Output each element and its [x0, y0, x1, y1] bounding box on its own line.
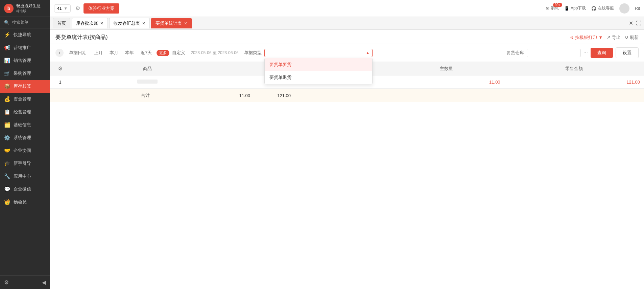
trial-btn[interactable]: 体验行业方案 [84, 3, 119, 14]
warehouse-label: 要货仓库 [506, 50, 524, 56]
print-label: 按模板打印 [575, 35, 597, 41]
export-label: 导出 [612, 35, 621, 41]
filter-more-icon[interactable]: ··· [583, 50, 588, 56]
sidebar-item-purchase[interactable]: 🛒 采购管理 [0, 67, 50, 80]
tab-inventory-batch-close[interactable]: ✕ [100, 21, 103, 26]
cell-amount[interactable]: 121.00 [504, 75, 644, 89]
operations-icon: 📋 [4, 109, 10, 115]
col-qty: 主数量 [388, 62, 504, 75]
purchase-icon: 🛒 [4, 70, 10, 76]
voucher-type-caret-icon[interactable]: ▲ [366, 50, 370, 55]
system-icon: ⚙️ [4, 135, 10, 141]
marketing-icon: 📢 [4, 45, 10, 51]
page-actions: 🖨 按模板打印 ▼ ↗ 导出 ↺ 刷新 [569, 35, 639, 41]
tab-order-stats-close[interactable]: ✕ [184, 21, 187, 26]
topbar: 41 ▼ ⚙ 体验行业方案 ✉ 消息 99+ 📱 App下载 🎧 在线客服 Ri… [50, 0, 644, 17]
col-settings[interactable]: ⚙ [50, 62, 70, 75]
date-shortcut-this[interactable]: 本月 [108, 49, 120, 57]
sidebar-item-sales[interactable]: 📊 销售管理 [0, 54, 50, 67]
collapse-icon[interactable]: ◀ [42, 279, 46, 286]
sidebar-item-operations[interactable]: 📋 经营管理 [0, 106, 50, 118]
tab-order-stats[interactable]: 要货单统计表 ✕ [151, 18, 192, 28]
goods-name-placeholder [137, 80, 158, 84]
company-selector-value: 41 [57, 6, 62, 11]
topbar-gear-icon[interactable]: ⚙ [75, 5, 80, 12]
voucher-type-dropdown: 要货单要货 要货单退货 [264, 58, 373, 84]
footer-amount: 121.00 [257, 93, 291, 98]
sidebar-item-marketing[interactable]: 📢 营销推广 [0, 41, 50, 54]
sidebar-item-label: 应用中心 [14, 173, 31, 179]
tab-inventory-batch[interactable]: 库存批次账 ✕ [72, 18, 108, 28]
date-shortcut-more[interactable]: 更多 [157, 50, 169, 56]
sidebar-item-label: 资金管理 [14, 96, 31, 102]
notification-icon: ✉ [546, 6, 549, 11]
sidebar-item-inventory[interactable]: 📦 库存核算 [0, 80, 50, 93]
sidebar-item-basic-info[interactable]: 🗂️ 基础信息 [0, 118, 50, 131]
app-download-label: App下载 [571, 5, 586, 11]
filter-row: › 单据日期 上月 本月 本年 近7天 更多 自定义 2023-05-06 至 … [50, 44, 644, 62]
tabs-maximize-icon[interactable]: ⛶ [636, 20, 641, 26]
refresh-action[interactable]: ↺ 刷新 [625, 35, 639, 41]
voucher-type-input[interactable] [264, 49, 373, 57]
online-service-label: 在线客服 [598, 5, 614, 11]
sidebar-item-membership[interactable]: 👑 畅会员 [0, 196, 50, 208]
company-selector[interactable]: 41 ▼ [54, 4, 71, 13]
date-shortcut-7days[interactable]: 近7天 [139, 49, 154, 57]
sidebar-item-quick-nav[interactable]: ⚡ 快捷导航 [0, 28, 50, 41]
sidebar-item-cooperation[interactable]: 🤝 企业协同 [0, 144, 50, 157]
date-shortcuts: 上月 本月 本年 近7天 更多 自定义 [92, 49, 185, 57]
table-settings-icon[interactable]: ⚙ [58, 66, 63, 71]
tab-home[interactable]: 首页 [53, 18, 70, 28]
date-shortcut-up[interactable]: 上月 [92, 49, 105, 57]
query-btn[interactable]: 查询 [591, 48, 613, 58]
wechat-icon: 💬 [4, 186, 10, 192]
user-label: Rit [635, 6, 640, 11]
cooperation-icon: 🤝 [4, 148, 10, 154]
voucher-type-label: 单据类型 [244, 50, 262, 56]
sidebar-item-wechat[interactable]: 💬 企业微信 [0, 183, 50, 196]
date-range-display: 2023-05-06 至 2023-06-06 [191, 50, 238, 56]
sidebar-item-finance[interactable]: 💰 资金管理 [0, 93, 50, 106]
cell-no: 1 [50, 75, 70, 89]
sidebar-item-system[interactable]: ⚙️ 系统管理 [0, 131, 50, 144]
tab-receive-summary-label: 收发存汇总表 [114, 20, 140, 26]
dropdown-item-order-goods[interactable]: 要货单要货 [265, 58, 372, 71]
tab-inventory-batch-label: 库存批次账 [76, 20, 98, 26]
app-download-btn[interactable]: 📱 App下载 [564, 5, 586, 11]
sidebar-search[interactable]: 🔍 搜索菜单 [0, 17, 50, 28]
tab-receive-summary-close[interactable]: ✕ [142, 21, 145, 26]
user-avatar[interactable] [619, 3, 629, 14]
sidebar-item-guide[interactable]: 🎓 新手引导 [0, 157, 50, 170]
online-service-btn[interactable]: 🎧 在线客服 [591, 5, 614, 11]
sidebar-logo: b 畅捷通好生意 标准版 [0, 0, 50, 17]
refresh-icon: ↺ [625, 35, 628, 40]
settings-btn[interactable]: 设置 [616, 47, 639, 58]
date-shortcut-custom[interactable]: 自定义 [172, 50, 185, 56]
warehouse-input[interactable] [527, 49, 581, 57]
footer-qty: 11.00 [216, 93, 250, 98]
notification-btn[interactable]: ✉ 消息 99+ [546, 5, 559, 11]
tabs-close-all-icon[interactable]: ✕ [629, 20, 633, 26]
filter-voucher-type: 单据类型 ▲ 要货单要货 要货单退货 [244, 49, 373, 57]
search-icon: 🔍 [4, 20, 9, 25]
sidebar-item-label: 经营管理 [14, 109, 31, 115]
settings-icon[interactable]: ⚙ [4, 279, 9, 286]
export-action[interactable]: ↗ 导出 [607, 35, 621, 41]
filter-expand-btn[interactable]: › [55, 49, 64, 57]
app-sub: 标准版 [16, 9, 41, 13]
footer-label: 合计 [74, 92, 216, 98]
date-shortcut-year[interactable]: 本年 [123, 49, 136, 57]
sidebar-item-label: 系统管理 [14, 135, 31, 141]
cell-qty[interactable]: 11.00 [388, 75, 504, 89]
print-action[interactable]: 🖨 按模板打印 ▼ [569, 35, 603, 41]
notification-badge: 99+ [553, 3, 562, 7]
sidebar-item-app-center[interactable]: 🔧 应用中心 [0, 170, 50, 183]
filter-warehouse: 要货仓库 ··· 查询 设置 [506, 47, 639, 58]
app-center-icon: 🔧 [4, 173, 10, 179]
sidebar-item-label: 企业微信 [14, 186, 31, 192]
page-header: 要货单统计表(按商品) 🖨 按模板打印 ▼ ↗ 导出 ↺ 刷新 [50, 30, 644, 44]
date-filter-label: 单据日期 [69, 50, 87, 56]
tab-receive-summary[interactable]: 收发存汇总表 ✕ [109, 18, 150, 28]
tab-home-label: 首页 [57, 20, 66, 26]
dropdown-item-order-return[interactable]: 要货单退货 [265, 71, 372, 84]
